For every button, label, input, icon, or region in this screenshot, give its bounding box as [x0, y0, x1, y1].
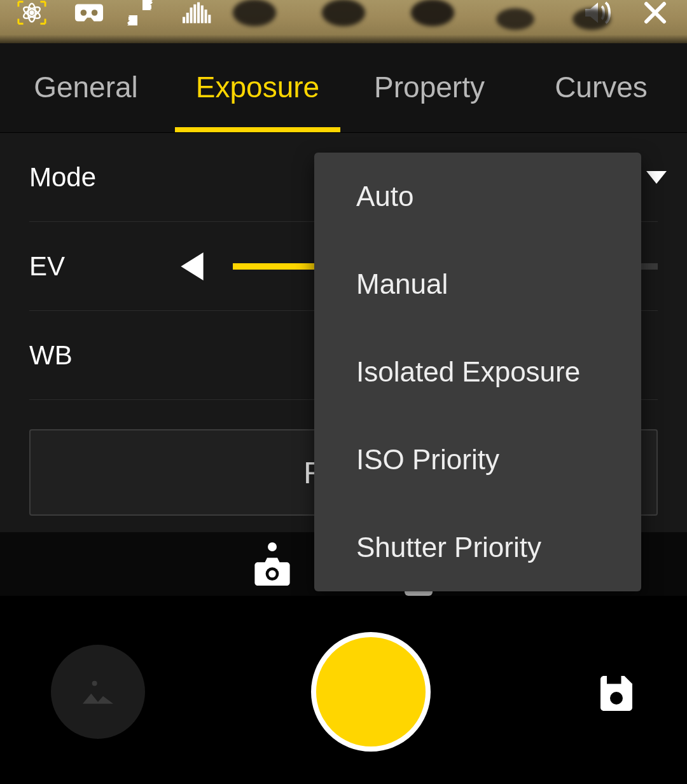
- mode-label: Mode: [29, 162, 156, 193]
- sound-on-icon[interactable]: [572, 0, 623, 25]
- tab-property[interactable]: Property: [344, 70, 515, 132]
- top-toolbar: [0, 0, 687, 43]
- histogram-icon[interactable]: [165, 0, 229, 25]
- bottom-controls: [0, 600, 687, 784]
- svg-rect-8: [190, 8, 193, 24]
- image-placeholder-icon: [78, 675, 118, 709]
- camera-icon: [254, 556, 290, 586]
- gallery-button[interactable]: [51, 645, 145, 739]
- mode-option-iso-priority[interactable]: ISO Priority: [314, 416, 641, 504]
- vr-headset-icon[interactable]: [64, 0, 114, 25]
- tab-exposure[interactable]: Exposure: [172, 70, 344, 132]
- fullscreen-collapse-icon[interactable]: [114, 0, 165, 25]
- svg-point-4: [81, 10, 87, 16]
- atom-overlay-icon[interactable]: [0, 0, 64, 25]
- camera-preview-strip: [0, 0, 687, 43]
- mode-option-shutter-priority[interactable]: Shutter Priority: [314, 504, 641, 591]
- svg-rect-11: [201, 6, 204, 24]
- svg-rect-6: [183, 17, 185, 24]
- close-icon[interactable]: [623, 0, 687, 25]
- mode-dropdown-popup: Auto Manual Isolated Exposure ISO Priori…: [314, 153, 641, 591]
- settings-tabs: General Exposure Property Curves: [0, 43, 687, 133]
- svg-rect-9: [193, 4, 196, 24]
- svg-rect-13: [208, 15, 211, 23]
- dropdown-caret-icon: [646, 171, 667, 184]
- shutter-button[interactable]: [311, 632, 431, 752]
- tab-curves[interactable]: Curves: [515, 70, 687, 132]
- save-button[interactable]: [597, 672, 636, 712]
- active-mode-dot: [268, 542, 277, 551]
- svg-rect-10: [197, 3, 200, 24]
- mode-option-auto[interactable]: Auto: [314, 153, 641, 240]
- svg-point-15: [268, 570, 276, 578]
- svg-point-16: [92, 681, 97, 686]
- svg-point-5: [92, 10, 98, 16]
- ev-decrease-button[interactable]: [172, 246, 212, 287]
- svg-point-17: [610, 692, 623, 705]
- mode-option-manual[interactable]: Manual: [314, 240, 641, 328]
- svg-rect-7: [186, 13, 189, 23]
- ev-label: EV: [29, 251, 156, 282]
- svg-rect-12: [205, 10, 207, 23]
- mode-option-isolated-exposure[interactable]: Isolated Exposure: [314, 328, 641, 416]
- svg-point-3: [31, 11, 34, 15]
- svg-rect-18: [607, 676, 621, 684]
- wb-label: WB: [29, 340, 156, 371]
- save-icon: [597, 673, 635, 711]
- tab-general[interactable]: General: [0, 70, 172, 132]
- photo-mode-button[interactable]: [254, 542, 290, 586]
